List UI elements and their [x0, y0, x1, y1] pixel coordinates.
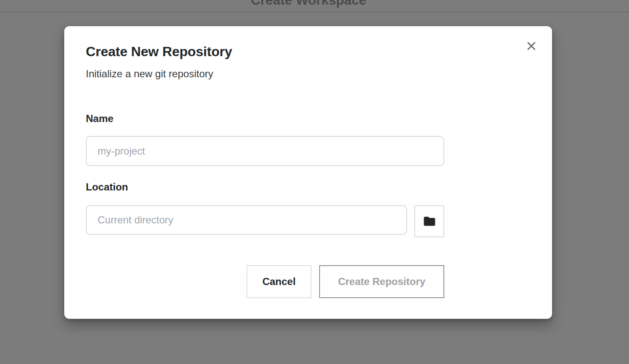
name-input[interactable]	[86, 136, 444, 166]
location-input[interactable]	[86, 205, 407, 235]
dialog-subtitle: Initialize a new git repository	[86, 67, 213, 81]
close-button[interactable]	[522, 37, 541, 55]
cancel-button[interactable]: Cancel	[246, 265, 312, 298]
location-row	[86, 205, 444, 237]
location-field-label: Location	[86, 181, 128, 193]
close-icon	[525, 39, 538, 53]
name-field-label: Name	[86, 112, 113, 125]
dialog-title: Create New Repository	[86, 43, 232, 60]
create-repository-button[interactable]: Create Repository	[319, 265, 444, 298]
dialog-actions: Cancel Create Repository	[86, 265, 444, 298]
background-divider	[0, 12, 629, 13]
browse-directory-button[interactable]	[414, 205, 444, 237]
folder-icon	[423, 215, 436, 228]
create-repository-dialog: Create New Repository Initialize a new g…	[64, 26, 552, 319]
dialog-content: Create New Repository Initialize a new g…	[86, 26, 444, 319]
background-page-title: Create Workspace	[0, 0, 617, 8]
